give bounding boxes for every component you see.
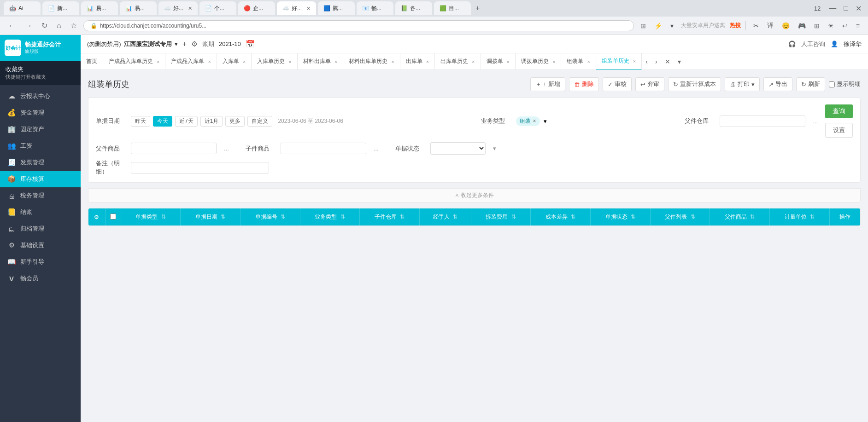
last-month-btn[interactable]: 近1月 [200, 116, 223, 127]
th-parent-product[interactable]: 父件商品 ⇅ [710, 208, 770, 225]
parent-product-dots[interactable]: ... [224, 145, 229, 152]
show-detail-toggle[interactable]: 显示明细 [829, 80, 861, 88]
add-button[interactable]: ＋ + 新增 [530, 77, 565, 91]
th-bill-status[interactable]: 单据状态 ⇅ [590, 208, 650, 225]
custom-date-btn[interactable]: 自定义 [247, 116, 272, 127]
tab-hao2[interactable]: ☁️ 好... ✕ [277, 1, 316, 15]
th-checkbox[interactable] [105, 208, 121, 225]
parent-product-input[interactable] [131, 143, 217, 154]
page-tab-in-history[interactable]: 入库单历史 × [252, 53, 297, 70]
close-tab-icon[interactable]: × [157, 59, 159, 64]
sidebar-item-finance[interactable]: 💰 资金管理 [0, 104, 81, 121]
th-unit[interactable]: 计量单位 ⇅ [769, 208, 829, 225]
add-company-button[interactable]: + [182, 40, 187, 48]
th-bill-date[interactable]: 单据日期 ⇅ [181, 208, 240, 225]
close-icon[interactable]: ✕ [188, 6, 192, 12]
sidebar-item-settings[interactable]: ⚙ 基础设置 [0, 237, 81, 254]
tab-menu-button[interactable]: ▾ [674, 53, 685, 70]
sidebar-header[interactable]: 好会计 畅捷通好会计 旗舰版 [0, 35, 81, 61]
th-bill-type[interactable]: 单据类型 ⇅ [121, 208, 181, 225]
th-cost-diff[interactable]: 成本差异 ⇅ [531, 208, 591, 225]
translate-button[interactable]: 译 [764, 20, 776, 32]
cut-button[interactable]: ✂ [751, 20, 762, 31]
th-child-warehouse[interactable]: 子件仓库 ⇅ [360, 208, 420, 225]
remark-input[interactable] [131, 162, 269, 173]
show-detail-checkbox[interactable] [829, 81, 835, 87]
sidebar-item-member[interactable]: V 畅会员 [0, 270, 81, 287]
business-dropdown-icon[interactable]: ▾ [544, 118, 547, 125]
user-name[interactable]: 徐泽华 [844, 40, 862, 48]
company-selector[interactable]: (勿删勿禁用) 江西服宝测试专用 ▾ [87, 40, 178, 48]
th-disassembly-fee[interactable]: 拆装费用 ⇅ [471, 208, 531, 225]
emoji-button[interactable]: 😊 [779, 20, 792, 31]
sidebar-item-archive[interactable]: 🗂 归档管理 [0, 220, 81, 237]
tab-teng[interactable]: 🟦 腾... [318, 1, 355, 15]
close-tab-icon[interactable]: × [426, 59, 429, 64]
undo-button[interactable]: ↩ [839, 20, 850, 31]
refresh-browser-button[interactable]: ↻ [39, 19, 50, 32]
sidebar-item-cloud-reports[interactable]: ☁ 云报表中心 [0, 88, 81, 104]
tab-close-button[interactable]: ✕ [661, 53, 674, 70]
address-bar[interactable]: 🔒 https://cloud.chanjet.com/accounting/u… [83, 20, 634, 31]
page-tab-material-out-history[interactable]: 材料出库单历史 × [343, 53, 400, 70]
refresh-button[interactable]: ↻ 刷新 [796, 77, 825, 91]
tab-scroll-right-button[interactable]: › [651, 53, 661, 70]
page-tab-out-history[interactable]: 出库单历史 × [435, 53, 481, 70]
recalculate-button[interactable]: ↻ 重新计算成本 [668, 77, 721, 91]
bill-status-select[interactable] [430, 142, 486, 155]
close-tab-icon[interactable]: × [208, 59, 211, 64]
select-all-checkbox[interactable] [110, 214, 116, 220]
bookmark-button[interactable]: ☆ [68, 19, 80, 32]
back-button[interactable]: ← [6, 20, 18, 32]
sidebar-item-close-account[interactable]: 📒 结账 [0, 204, 81, 220]
approve-button[interactable]: ✓ 审核 [603, 77, 632, 91]
tab-qi[interactable]: 🔴 企... [238, 1, 275, 15]
th-parent-list[interactable]: 父件列表 ⇅ [650, 208, 710, 225]
sidebar-item-guide[interactable]: 📖 新手引导 [0, 254, 81, 270]
lightning-button[interactable]: ⚡ [651, 20, 665, 31]
close-tab-icon[interactable]: × [288, 59, 291, 64]
close-tab-icon[interactable]: × [391, 59, 394, 64]
sidebar-item-inventory[interactable]: 📦 库存核算 [0, 171, 81, 187]
close-tab-icon[interactable]: × [507, 59, 510, 64]
page-tab-material-out[interactable]: 材料出库单 × [298, 53, 343, 70]
close-tab-icon[interactable]: × [472, 59, 475, 64]
dropdown-button[interactable]: ▾ [668, 20, 676, 31]
tab-yi2[interactable]: 📊 易... [120, 1, 157, 15]
new-tab-button[interactable]: + [473, 4, 482, 12]
abandon-button[interactable]: ↩ 弃审 [635, 77, 664, 91]
tab-scroll-left-button[interactable]: ‹ [642, 53, 651, 70]
export-button[interactable]: ↗ 导出 [763, 77, 792, 91]
close-tab-icon[interactable]: × [552, 59, 555, 64]
child-product-dots[interactable]: ... [374, 145, 379, 152]
print-button[interactable]: 🖨 打印 ▾ [725, 77, 760, 91]
page-tab-out[interactable]: 出库单 × [400, 53, 435, 70]
extensions-button[interactable]: ⊞ [638, 20, 649, 31]
tab-ge[interactable]: 📄 个... [199, 1, 236, 15]
scrollbar-area[interactable] [81, 416, 868, 422]
close-tab-icon[interactable]: × [633, 58, 636, 64]
sidebar-item-invoice[interactable]: 🧾 发票管理 [0, 154, 81, 171]
set-button[interactable]: 设置 [825, 123, 853, 138]
tab-mu[interactable]: 🟩 目... [434, 1, 471, 15]
maximize-button[interactable]: □ [841, 2, 851, 14]
today-btn[interactable]: 今天 [153, 116, 172, 127]
business-tag-close[interactable]: × [533, 118, 536, 124]
close-tab-icon[interactable]: × [587, 59, 590, 64]
th-handler[interactable]: 经手人 ⇅ [419, 208, 471, 225]
parent-warehouse-input[interactable] [720, 116, 805, 127]
calendar-icon[interactable]: 📅 [246, 40, 255, 48]
forward-button[interactable]: → [22, 20, 35, 32]
delete-button[interactable]: 🗑 删除 [569, 77, 599, 91]
close-button[interactable]: ✕ [853, 2, 864, 15]
collapse-bar[interactable]: ∧ 收起更多条件 [88, 188, 861, 202]
consult-label[interactable]: 人工咨询 [801, 40, 825, 48]
sun-button[interactable]: ☀ [825, 20, 837, 31]
parent-warehouse-dots[interactable]: ... [813, 118, 818, 125]
page-tab-transfer[interactable]: 调拨单 × [481, 53, 516, 70]
tab-chang[interactable]: 📧 畅... [357, 1, 393, 15]
page-tab-product-in[interactable]: 产成品入库单 × [165, 53, 217, 70]
yesterday-btn[interactable]: 昨天 [131, 116, 150, 127]
tab-ai[interactable]: 🤖 Ai [4, 1, 41, 15]
home-button[interactable]: ⌂ [54, 20, 64, 32]
